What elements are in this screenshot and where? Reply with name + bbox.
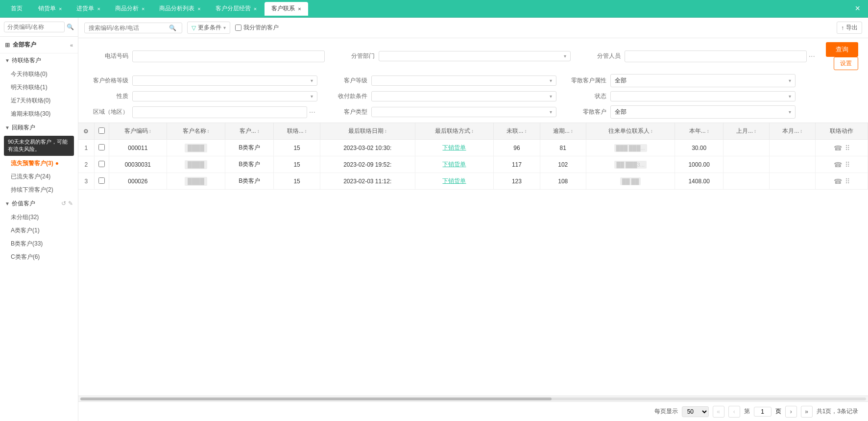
sidebar-item-7days[interactable]: 近7天待联络(0) bbox=[0, 94, 78, 107]
filter-price-level-select[interactable]: ▾ bbox=[132, 75, 317, 86]
tab-sales-order[interactable]: 销货单 × bbox=[31, 2, 69, 16]
cell-checkbox bbox=[94, 140, 109, 156]
tab-purchase-order[interactable]: 进货单 × bbox=[70, 2, 107, 16]
per-page-select[interactable]: 50 100 200 bbox=[682, 406, 709, 417]
cell-last-contact-method[interactable]: 下销货单 bbox=[415, 156, 494, 173]
payment-arrow: ▾ bbox=[550, 94, 552, 99]
sidebar-collapse-icon[interactable]: « bbox=[70, 42, 73, 48]
sidebar-item-class-c[interactable]: C类客户(6) bbox=[0, 250, 78, 264]
filter-nature-select[interactable]: ▾ bbox=[132, 91, 317, 101]
horizontal-scrollbar[interactable] bbox=[78, 396, 868, 401]
next-page-btn[interactable]: › bbox=[785, 406, 797, 418]
filter-person-dots[interactable]: ··· bbox=[807, 52, 817, 61]
edit-icon[interactable]: ✎ bbox=[68, 200, 73, 207]
tab-customer-contact[interactable]: 客户联系 × bbox=[265, 2, 308, 16]
sidebar-search-icon[interactable]: 🔍 bbox=[67, 24, 74, 30]
cell-this-year: 1408.00 bbox=[675, 173, 723, 190]
last-page-btn[interactable]: » bbox=[801, 406, 813, 418]
tab-customer-tier-close[interactable]: × bbox=[254, 6, 257, 12]
tab-purchase-order-close[interactable]: × bbox=[97, 6, 100, 12]
cell-last-contact-method[interactable]: 下销货单 bbox=[415, 173, 494, 190]
sidebar-item-today[interactable]: 今天待联络(0) bbox=[0, 68, 78, 81]
select-all-checkbox[interactable] bbox=[98, 127, 105, 134]
export-button[interactable]: ↑ 导出 bbox=[837, 22, 862, 34]
filter-region-input[interactable] bbox=[132, 106, 307, 118]
more-conditions-btn[interactable]: ▽ 更多条件 ▾ bbox=[187, 22, 230, 34]
sidebar-item-ungroup[interactable]: 未分组(32) bbox=[0, 211, 78, 224]
contact-phone-icon[interactable]: ☎ bbox=[834, 144, 842, 152]
tab-product-analysis-list-close[interactable]: × bbox=[197, 6, 200, 12]
filter-region-label: 区域（地区） bbox=[88, 108, 132, 116]
tab-product-analysis-close[interactable]: × bbox=[142, 6, 145, 12]
sidebar-item-class-b[interactable]: B类客户(33) bbox=[0, 237, 78, 250]
my-customers-checkbox[interactable] bbox=[235, 25, 241, 31]
first-page-btn[interactable]: « bbox=[713, 406, 724, 418]
sidebar-all-customers[interactable]: ⊞ 全部客户 « bbox=[0, 37, 78, 53]
tab-customer-contact-close[interactable]: × bbox=[298, 6, 301, 12]
th-name: 客户名称↕ bbox=[167, 123, 225, 140]
cell-type: B类客户 bbox=[225, 140, 274, 156]
filter-customer-level-label: 客户等级 bbox=[327, 76, 371, 85]
sidebar-search-input[interactable] bbox=[4, 22, 65, 32]
sidebar-item-overdue[interactable]: 逾期未联络(30) bbox=[0, 107, 78, 121]
th-this-month: 本月...↕ bbox=[770, 123, 816, 140]
casual-attr-arrow: ▾ bbox=[789, 78, 791, 83]
filter-row-1: 电话号码 分管部门 ▾ 分管人员 ··· 查询 设置 bbox=[88, 42, 858, 70]
sidebar-item-tomorrow[interactable]: 明天待联络(1) bbox=[0, 81, 78, 94]
filter-casual-customer-select[interactable]: 全部 ▾ bbox=[610, 105, 796, 119]
prev-page-btn[interactable]: ‹ bbox=[728, 406, 740, 418]
th-last-contact-date: 最后联络日期↕ bbox=[320, 123, 415, 140]
filter-casual-attr-select[interactable]: 全部 ▾ bbox=[610, 74, 796, 87]
row-checkbox[interactable] bbox=[98, 161, 105, 167]
row-checkbox[interactable] bbox=[98, 144, 105, 150]
window-close-button[interactable]: × bbox=[851, 3, 864, 14]
cell-last-contact-method[interactable]: 下销货单 bbox=[415, 140, 494, 156]
pagination: 每页显示 50 100 200 « ‹ 第 页 › » 共1页，3条记录 bbox=[78, 401, 868, 421]
sidebar-section-value[interactable]: ▼ 价值客户 ↺ ✎ bbox=[0, 197, 78, 211]
filter-payment-select[interactable]: ▾ bbox=[371, 91, 556, 101]
main-search-icon[interactable]: 🔍 bbox=[169, 25, 176, 31]
th-company-contact: 往来单位联系人↕ bbox=[586, 123, 675, 140]
cell-index: 1 bbox=[78, 140, 94, 156]
refresh-icon[interactable]: ↺ bbox=[61, 200, 66, 207]
tab-sales-order-close[interactable]: × bbox=[59, 6, 62, 12]
tab-home[interactable]: 首页 bbox=[4, 2, 29, 16]
sidebar-item-churn-warning[interactable]: 流失预警客户(3) ● bbox=[0, 157, 78, 170]
tab-product-analysis-list[interactable]: 商品分析列表 × bbox=[152, 2, 207, 16]
top-tab-bar: 首页 销货单 × 进货单 × 商品分析 × 商品分析列表 × 客户分层经营 × … bbox=[0, 0, 868, 18]
filter-phone-input[interactable] bbox=[132, 50, 325, 62]
casual-customer-arrow: ▾ bbox=[789, 109, 791, 115]
cell-last-contact-date: 2023-02-09 19:52: bbox=[320, 156, 415, 173]
sidebar-section-review[interactable]: ▼ 回顾客户 bbox=[0, 121, 78, 135]
tab-product-analysis[interactable]: 商品分析 × bbox=[108, 2, 151, 16]
filter-region-dots[interactable]: ··· bbox=[307, 108, 317, 117]
main-search-input[interactable] bbox=[89, 25, 167, 31]
th-contact-action: 联络动作 bbox=[816, 123, 868, 140]
contact-more-icon[interactable]: ⠿ bbox=[845, 161, 850, 169]
th-this-year: 本年...↕ bbox=[675, 123, 723, 140]
filter-person-input[interactable] bbox=[625, 50, 806, 62]
filter-status-select[interactable]: ▾ bbox=[610, 91, 796, 101]
cell-company-contact: ███ ███... bbox=[586, 140, 675, 156]
filter-dept-select[interactable]: ▾ bbox=[379, 51, 571, 61]
th-settings[interactable]: ⚙ bbox=[78, 123, 94, 140]
scrollbar-track bbox=[80, 397, 866, 400]
filter-row-3: 性质 ▾ 收付款条件 ▾ 状态 bbox=[88, 91, 858, 101]
page-input[interactable] bbox=[754, 407, 772, 417]
query-button[interactable]: 查询 bbox=[826, 42, 858, 57]
contact-phone-icon[interactable]: ☎ bbox=[834, 177, 842, 185]
sidebar-section-pending[interactable]: ▼ 待联络客户 bbox=[0, 53, 78, 68]
section-arrow-review: ▼ bbox=[5, 125, 10, 130]
sidebar-item-churned[interactable]: 已流失客户(24) bbox=[0, 170, 78, 183]
contact-more-icon[interactable]: ⠿ bbox=[845, 144, 850, 152]
sidebar-item-class-a[interactable]: A类客户(1) bbox=[0, 224, 78, 237]
contact-phone-icon[interactable]: ☎ bbox=[834, 161, 842, 169]
sidebar-item-declining[interactable]: 持续下滑客户(2) bbox=[0, 183, 78, 197]
contact-more-icon[interactable]: ⠿ bbox=[845, 177, 850, 185]
tab-customer-tier[interactable]: 客户分层经营 × bbox=[209, 2, 264, 16]
row-checkbox[interactable] bbox=[98, 177, 105, 184]
filter-customer-level-select[interactable]: ▾ bbox=[371, 75, 556, 86]
filter-customer-type-select[interactable]: ▾ bbox=[371, 107, 556, 117]
settings-button[interactable]: 设置 bbox=[834, 57, 858, 70]
cell-this-year: 1000.00 bbox=[675, 156, 723, 173]
